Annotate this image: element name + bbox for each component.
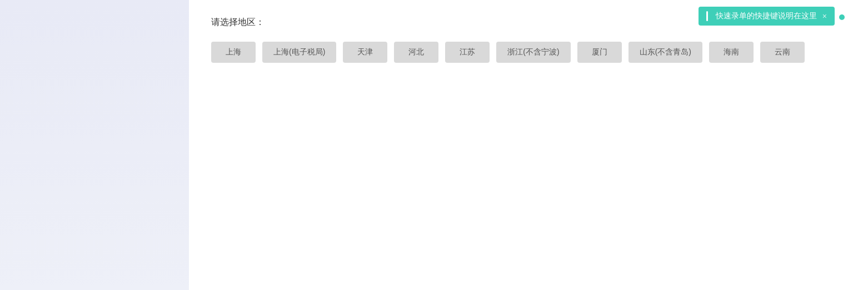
region-grid: 上海上海(电子税局)天津河北江苏浙江(不含宁波)厦门山东(不含青岛)海南云南 — [211, 42, 846, 63]
region-button-yunnan[interactable]: 云南 — [760, 42, 805, 63]
sidebar — [0, 0, 189, 290]
tooltip-bubble: 快速录单的快捷键说明在这里 × — [699, 7, 835, 26]
region-button-shanghai-etax[interactable]: 上海(电子税局) — [262, 42, 336, 63]
tooltip-text: 快速录单的快捷键说明在这里 — [716, 11, 817, 21]
region-button-zhejiang[interactable]: 浙江(不含宁波) — [496, 42, 570, 63]
region-button-jiangsu[interactable]: 江苏 — [445, 42, 490, 63]
region-button-tianjin[interactable]: 天津 — [343, 42, 387, 63]
tooltip-indicator-dot — [839, 14, 845, 20]
tooltip-close-button[interactable]: × — [822, 12, 827, 21]
region-button-hainan[interactable]: 海南 — [709, 42, 754, 63]
region-button-hebei[interactable]: 河北 — [394, 42, 438, 63]
main-content: 请选择地区： 上海上海(电子税局)天津河北江苏浙江(不含宁波)厦门山东(不含青岛… — [189, 0, 868, 290]
region-button-xiamen[interactable]: 厦门 — [577, 42, 622, 63]
region-button-shanghai[interactable]: 上海 — [211, 42, 256, 63]
region-button-shandong[interactable]: 山东(不含青岛) — [628, 42, 702, 63]
